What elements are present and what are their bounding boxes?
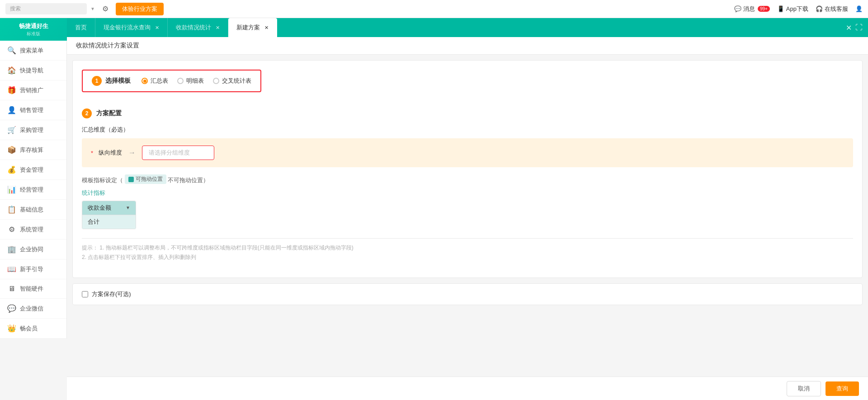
dimension-arrow-icon: → (128, 149, 136, 157)
sidebar-item-new-guide[interactable]: 📖 新手引导 (0, 259, 66, 279)
user-profile[interactable]: 👤 (855, 5, 863, 12)
sidebar-item-sales[interactable]: 👤 销售管理 (0, 100, 66, 120)
tab-new-plan-close-icon[interactable]: ✕ (264, 25, 269, 31)
dimension-field-label: 纵向维度 (99, 149, 122, 157)
sidebar-item-label: 基础信息 (20, 206, 43, 214)
step2-title: 方案配置 (96, 109, 122, 118)
save-label: 方案保存(可选) (92, 290, 131, 298)
sidebar-item-label: 畅会员 (20, 325, 38, 333)
main-card: 1 选择模板 汇总表 明细表 (72, 60, 863, 278)
online-service-button[interactable]: 🎧 在线客服 (816, 5, 848, 13)
sidebar-item-label: 资金管理 (20, 166, 43, 174)
sidebar-item-marketing[interactable]: 🎁 营销推广 (0, 80, 66, 100)
gear-icon[interactable]: ⚙ (102, 5, 108, 13)
sidebar-item-basic-info[interactable]: 📋 基础信息 (0, 200, 66, 220)
marketing-icon: 🎁 (7, 86, 16, 94)
tab-collect-stat[interactable]: 收款情况统计 ✕ (168, 18, 228, 37)
tab-new-plan[interactable]: 新建方案 ✕ (228, 18, 277, 37)
page-header: 收款情况统计方案设置 (67, 37, 868, 55)
radio-cross[interactable]: 交叉统计表 (213, 77, 251, 85)
sidebar-item-finance[interactable]: 💰 资金管理 (0, 160, 66, 180)
inventory-icon: 📦 (7, 146, 16, 154)
tab-new-plan-label: 新建方案 (236, 24, 260, 32)
indicator-table-header[interactable]: 收款金额 ▼ (82, 201, 136, 215)
sidebar-item-purchase[interactable]: 🛒 采购管理 (0, 120, 66, 140)
message-badge: 99+ (758, 6, 770, 12)
required-mark: * (91, 150, 93, 156)
query-button[interactable]: 查询 (826, 381, 859, 396)
page-title: 收款情况统计方案设置 (76, 42, 139, 49)
radio-cross-label: 交叉统计表 (222, 77, 251, 85)
sidebar-item-system[interactable]: ⚙ 系统管理 (0, 220, 66, 240)
draggable-indicator-icon (128, 177, 134, 182)
finance-icon: 💰 (7, 165, 16, 174)
indicator-table-container: 收款金额 ▼ 合计 (82, 201, 853, 229)
sidebar-item-label: 智能硬件 (20, 285, 43, 293)
tab-expand-icon[interactable]: ⛶ (855, 24, 863, 32)
template-selection-section: 1 选择模板 汇总表 明细表 (82, 70, 261, 92)
message-button[interactable]: 💬 消息 99+ (734, 5, 770, 13)
tab-cashflow[interactable]: 现金银行流水查询 ✕ (95, 18, 168, 37)
radio-summary[interactable]: 汇总表 (142, 77, 168, 85)
tab-cashflow-label: 现金银行流水查询 (104, 24, 151, 32)
sidebar-item-label: 库存核算 (20, 146, 43, 154)
service-label: 在线客服 (825, 5, 848, 13)
sidebar-item-ops[interactable]: 📊 经营管理 (0, 180, 66, 200)
cancel-button[interactable]: 取消 (787, 381, 821, 396)
dimension-selector[interactable]: 请选择分组维度 (142, 146, 214, 160)
content-area: 首页 现金银行流水查询 ✕ 收款情况统计 ✕ 新建方案 ✕ ✕ ⛶ 收 (67, 18, 868, 400)
sidebar-item-label: 企业协同 (20, 245, 43, 254)
tab-cashflow-close-icon[interactable]: ✕ (155, 25, 159, 31)
hint-item-1: 提示： 1. 拖动标题栏可以调整布局，不可跨维度或指标区域拖动栏目字段(只能在同… (82, 244, 853, 252)
search-placeholder-text: 搜索 (10, 5, 21, 12)
step2-header: 2 方案配置 (82, 108, 853, 118)
enterprise-wechat-icon: 💬 (7, 304, 16, 313)
config-section: 2 方案配置 汇总维度（必选） * 纵向维度 → 请选择分组维度 (82, 108, 853, 268)
sidebar-item-enterprise-wechat[interactable]: 💬 企业微信 (0, 299, 66, 319)
sidebar-item-label: 营销推广 (20, 86, 43, 94)
dropdown-arrow-icon[interactable]: ▼ (90, 6, 95, 11)
tab-collect-stat-label: 收款情况统计 (176, 24, 211, 32)
sidebar-item-enterprise-collab[interactable]: 🏢 企业协同 (0, 240, 66, 259)
sidebar-item-inventory[interactable]: 📦 库存核算 (0, 140, 66, 160)
tab-bar-right-controls: ✕ ⛶ (846, 24, 868, 32)
save-checkbox[interactable] (82, 291, 88, 297)
app-download-button[interactable]: 📱 App下载 (777, 5, 808, 13)
indicator-chevron-down-icon[interactable]: ▼ (126, 205, 130, 210)
sidebar-item-smart-hardware[interactable]: 🖥 智能硬件 (0, 279, 66, 299)
indicator-table-cell: 合计 (82, 215, 136, 229)
sidebar-item-search-menu[interactable]: 🔍 搜索菜单 (0, 41, 66, 61)
step2-number: 2 (82, 108, 92, 118)
sidebar-wrapper: 畅捷通好生 标准版 🔍 搜索菜单 🏠 快捷导航 🎁 营销推广 👤 销售管理 🛒 (0, 18, 67, 400)
logo-text: 畅捷通好生 (19, 22, 48, 30)
sales-icon: 👤 (7, 106, 16, 114)
smart-hardware-icon: 🖥 (7, 285, 16, 293)
new-guide-icon: 📖 (7, 265, 16, 273)
sidebar-item-label: 系统管理 (20, 226, 43, 234)
tab-home[interactable]: 首页 (67, 18, 95, 37)
sidebar-item-label: 销售管理 (20, 106, 43, 114)
tab-close-all-icon[interactable]: ✕ (846, 24, 852, 32)
indicator-cell-label: 合计 (88, 218, 99, 225)
indicator-header-label: 收款金额 (88, 204, 111, 212)
top-search-bar[interactable]: 搜索 (5, 3, 87, 14)
service-icon: 🎧 (816, 5, 823, 12)
sidebar: 🔍 搜索菜单 🏠 快捷导航 🎁 营销推广 👤 销售管理 🛒 采购管理 📦 (0, 41, 67, 339)
template-radio-group: 汇总表 明细表 交叉统计表 (142, 77, 251, 85)
radio-detail[interactable]: 明细表 (177, 77, 204, 85)
industry-plan-button[interactable]: 体验行业方案 (116, 3, 164, 15)
indicators-section: 模板指标设定（ 可拖动位置 不可拖动位置） 统计指标 (82, 174, 853, 229)
hints-section: 提示： 1. 拖动标题栏可以调整布局，不可跨维度或指标区域拖动栏目字段(只能在同… (82, 238, 853, 268)
tab-bar: 首页 现金银行流水查询 ✕ 收款情况统计 ✕ 新建方案 ✕ ✕ ⛶ (67, 18, 868, 37)
quick-nav-icon: 🏠 (7, 66, 16, 75)
dimension-row: * 纵向维度 → 请选择分组维度 (91, 146, 844, 160)
purchase-icon: 🛒 (7, 126, 16, 134)
tab-collect-stat-close-icon[interactable]: ✕ (216, 25, 220, 31)
step1-number: 1 (92, 76, 102, 86)
radio-detail-label: 明细表 (186, 77, 204, 85)
step1-title: 选择模板 (105, 77, 131, 85)
sidebar-item-quick-nav[interactable]: 🏠 快捷导航 (0, 61, 66, 80)
user-avatar: 👤 (855, 5, 863, 12)
sidebar-item-vip-member[interactable]: 👑 畅会员 (0, 319, 66, 339)
top-bar: 搜索 ▼ ⚙ 体验行业方案 💬 消息 99+ 📱 App下载 🎧 在线客服 👤 (0, 0, 868, 18)
